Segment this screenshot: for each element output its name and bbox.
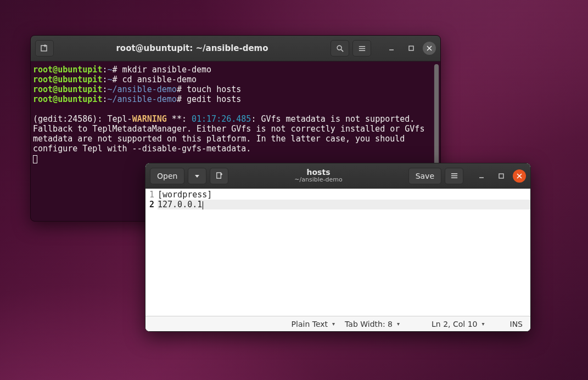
terminal-close-button[interactable] bbox=[423, 42, 436, 55]
terminal-header: root@ubuntupit: ~/ansible-demo bbox=[31, 36, 440, 61]
terminal-cursor bbox=[33, 155, 37, 163]
gedit-new-document-button[interactable] bbox=[210, 168, 228, 184]
svg-rect-9 bbox=[409, 46, 413, 50]
terminal-title: root@ubuntupit: ~/ansible-demo bbox=[116, 43, 268, 53]
gedit-line[interactable]: [wordpress] bbox=[158, 190, 530, 200]
gedit-line[interactable]: 127.0.0.1 bbox=[158, 200, 530, 209]
gedit-close-button[interactable] bbox=[513, 169, 526, 183]
gedit-text-cursor bbox=[203, 201, 203, 209]
terminal-warning: (gedit:24586): Tepl-WARNING **: 01:17:26… bbox=[33, 114, 429, 154]
terminal-new-tab-button[interactable] bbox=[35, 40, 54, 56]
svg-line-4 bbox=[341, 49, 343, 52]
svg-rect-0 bbox=[41, 46, 47, 51]
gedit-insert-mode[interactable]: INS bbox=[508, 320, 525, 328]
gedit-menu-button[interactable] bbox=[445, 168, 463, 184]
gedit-minimize-button[interactable] bbox=[473, 173, 490, 179]
gedit-title-block: hosts ~/ansible-demo bbox=[232, 168, 405, 183]
gedit-title: hosts bbox=[232, 168, 405, 177]
svg-rect-19 bbox=[499, 174, 503, 178]
gedit-header: Open hosts ~/ansible-demo Save bbox=[145, 163, 530, 189]
terminal-search-button[interactable] bbox=[331, 40, 349, 56]
gedit-window: Open hosts ~/ansible-demo Save 12 [wordp… bbox=[145, 163, 531, 332]
gedit-line-gutter: 12 bbox=[145, 189, 156, 316]
gedit-text-editor[interactable]: [wordpress]127.0.0.1 bbox=[156, 189, 530, 316]
gedit-editor-area[interactable]: 12 [wordpress]127.0.0.1 bbox=[145, 189, 530, 316]
gedit-status-bar: Plain Text Tab Width: 8 Ln 2, Col 10 INS bbox=[145, 316, 530, 331]
gedit-tabwidth-selector[interactable]: Tab Width: 8 bbox=[343, 320, 402, 328]
gedit-subtitle: ~/ansible-demo bbox=[232, 177, 405, 183]
terminal-minimize-button[interactable] bbox=[383, 45, 400, 52]
gedit-open-button[interactable]: Open bbox=[150, 168, 184, 184]
gedit-cursor-position[interactable]: Ln 2, Col 10 bbox=[429, 320, 486, 328]
svg-point-3 bbox=[337, 46, 341, 50]
terminal-menu-button[interactable] bbox=[352, 40, 371, 56]
svg-rect-12 bbox=[217, 173, 221, 178]
terminal-maximize-button[interactable] bbox=[403, 45, 419, 52]
gedit-language-selector[interactable]: Plain Text bbox=[289, 320, 337, 328]
gedit-save-button[interactable]: Save bbox=[408, 168, 441, 184]
gedit-maximize-button[interactable] bbox=[493, 173, 509, 179]
gedit-open-recent-button[interactable] bbox=[188, 168, 206, 184]
